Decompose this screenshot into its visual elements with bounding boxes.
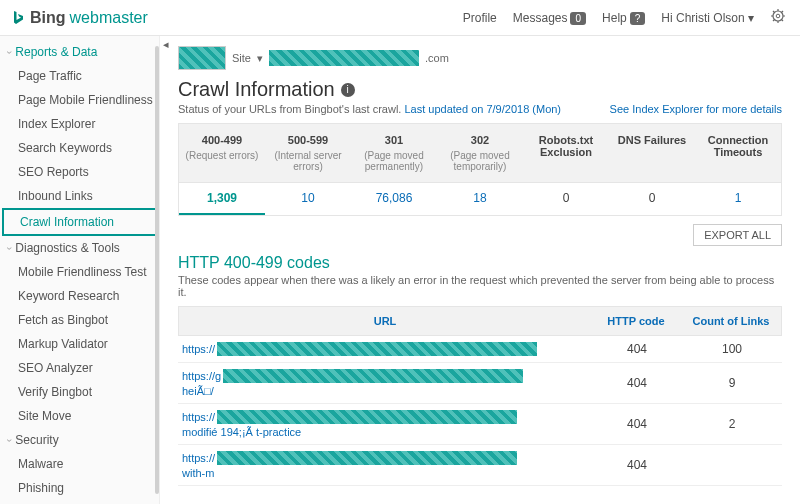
nav-section-reports[interactable]: Reports & Data bbox=[0, 40, 159, 64]
section-title: HTTP 400-499 codes bbox=[178, 254, 782, 272]
nav-search-keywords[interactable]: Search Keywords bbox=[0, 136, 159, 160]
stat-dns[interactable]: DNS Failures bbox=[609, 124, 695, 182]
export-all-button[interactable]: EXPORT ALL bbox=[693, 224, 782, 246]
index-explorer-link[interactable]: See Index Explorer for more details bbox=[610, 103, 782, 115]
nav-fetch-bingbot[interactable]: Fetch as Bingbot bbox=[0, 308, 159, 332]
messages-link[interactable]: Messages0 bbox=[513, 11, 586, 25]
url-redacted bbox=[217, 410, 517, 424]
svg-point-1 bbox=[776, 14, 780, 18]
nav-seo-analyzer[interactable]: SEO Analyzer bbox=[0, 356, 159, 380]
nav-verify-bingbot[interactable]: Verify Bingbot bbox=[0, 380, 159, 404]
val-500[interactable]: 10 bbox=[265, 183, 351, 215]
nav-index-explorer[interactable]: Index Explorer bbox=[0, 112, 159, 136]
nav-keyword-research[interactable]: Keyword Research bbox=[0, 284, 159, 308]
info-icon[interactable]: i bbox=[341, 83, 355, 97]
logo[interactable]: Bing webmaster bbox=[10, 9, 148, 27]
stats-values: 1,309 10 76,086 18 0 0 1 bbox=[178, 183, 782, 216]
url-redacted bbox=[223, 369, 523, 383]
val-301[interactable]: 76,086 bbox=[351, 183, 437, 215]
nav-markup-validator[interactable]: Markup Validator bbox=[0, 332, 159, 356]
val-302[interactable]: 18 bbox=[437, 183, 523, 215]
nav-seo-reports[interactable]: SEO Reports bbox=[0, 160, 159, 184]
stat-400[interactable]: 400-499(Request errors) bbox=[179, 124, 265, 182]
page-title: Crawl Information i bbox=[178, 78, 782, 101]
help-badge: ? bbox=[630, 12, 646, 25]
url-redacted bbox=[217, 342, 537, 356]
site-thumbnail bbox=[178, 46, 226, 70]
nav-crawl-information[interactable]: Crawl Information bbox=[2, 208, 157, 236]
col-code[interactable]: HTTP code bbox=[591, 307, 681, 335]
nav-site-move[interactable]: Site Move bbox=[0, 404, 159, 428]
val-robots[interactable]: 0 bbox=[523, 183, 609, 215]
stat-500[interactable]: 500-599(Internal server errors) bbox=[265, 124, 351, 182]
profile-link[interactable]: Profile bbox=[463, 11, 497, 25]
stat-302[interactable]: 302(Page moved temporarily) bbox=[437, 124, 523, 182]
svg-line-8 bbox=[773, 20, 775, 22]
nav-page-traffic[interactable]: Page Traffic bbox=[0, 64, 159, 88]
nav-inbound-links[interactable]: Inbound Links bbox=[0, 184, 159, 208]
nav-section-security[interactable]: Security bbox=[0, 428, 159, 452]
table-header: URL HTTP code Count of Links bbox=[178, 306, 782, 336]
site-domain: .com bbox=[425, 52, 449, 64]
site-label: Site bbox=[232, 52, 251, 64]
col-links[interactable]: Count of Links bbox=[681, 307, 781, 335]
brand-webmaster: webmaster bbox=[70, 9, 148, 27]
main-content: Site ▾ .com Crawl Information i Status o… bbox=[160, 36, 800, 504]
svg-line-6 bbox=[773, 11, 775, 13]
table-row[interactable]: https:// 404 100 bbox=[178, 336, 782, 363]
nav-page-mobile[interactable]: Page Mobile Friendliness bbox=[0, 88, 159, 112]
table-row[interactable]: https://gheiÃ□/ 404 9 bbox=[178, 363, 782, 404]
gear-icon[interactable] bbox=[770, 8, 786, 27]
stat-timeout[interactable]: Connection Timeouts bbox=[695, 124, 781, 182]
user-menu[interactable]: Hi Christi Olson ▾ bbox=[661, 11, 754, 25]
nav-track-certs[interactable]: Track Certificates bbox=[0, 500, 159, 504]
site-url-redacted bbox=[269, 50, 419, 66]
site-selector[interactable]: Site ▾ .com bbox=[178, 46, 782, 70]
svg-line-7 bbox=[782, 20, 784, 22]
nav-malware[interactable]: Malware bbox=[0, 452, 159, 476]
nav-phishing[interactable]: Phishing bbox=[0, 476, 159, 500]
nav-mobile-test[interactable]: Mobile Friendliness Test bbox=[0, 260, 159, 284]
brand-bing: Bing bbox=[30, 9, 66, 27]
nav-section-diagnostics[interactable]: Diagnostics & Tools bbox=[0, 236, 159, 260]
sidebar: ◂ Reports & Data Page Traffic Page Mobil… bbox=[0, 36, 160, 504]
col-url[interactable]: URL bbox=[179, 307, 591, 335]
section-desc: These codes appear when there was a like… bbox=[178, 274, 782, 298]
svg-line-9 bbox=[782, 11, 784, 13]
messages-badge: 0 bbox=[570, 12, 586, 25]
val-dns[interactable]: 0 bbox=[609, 183, 695, 215]
val-400[interactable]: 1,309 bbox=[179, 183, 265, 215]
bing-icon bbox=[10, 10, 26, 26]
stat-301[interactable]: 301(Page moved permanently) bbox=[351, 124, 437, 182]
val-timeout[interactable]: 1 bbox=[695, 183, 781, 215]
table-row[interactable]: https://with-m 404 bbox=[178, 445, 782, 486]
status-text: Status of your URLs from Bingbot's last … bbox=[178, 103, 401, 115]
stats-header: 400-499(Request errors) 500-599(Internal… bbox=[178, 123, 782, 183]
last-updated: Last updated on 7/9/2018 (Mon) bbox=[404, 103, 561, 115]
url-redacted bbox=[217, 451, 517, 465]
table-row[interactable]: https://modifié 194;¡Ã t-practice 404 2 bbox=[178, 404, 782, 445]
stat-robots[interactable]: Robots.txt Exclusion bbox=[523, 124, 609, 182]
help-link[interactable]: Help? bbox=[602, 11, 645, 25]
